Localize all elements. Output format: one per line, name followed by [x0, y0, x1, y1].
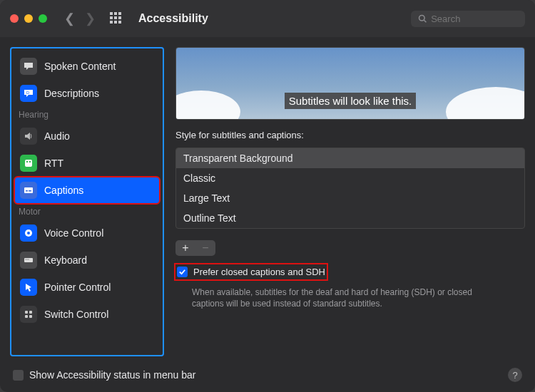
svg-rect-14	[29, 259, 29, 260]
style-section-label: Style for subtitles and captions:	[175, 130, 525, 140]
forward-button[interactable]: ❯	[85, 11, 96, 26]
search-field[interactable]	[411, 11, 525, 27]
speech-bubble-icon	[20, 58, 37, 75]
svg-rect-17	[25, 315, 28, 318]
remove-style-button[interactable]: −	[195, 240, 215, 256]
sidebar-group-motor: Motor	[14, 204, 160, 220]
switch-control-icon	[20, 306, 37, 323]
svg-rect-18	[29, 315, 32, 318]
nav-buttons: ❮ ❯	[64, 11, 96, 26]
sidebar-item-voice-control[interactable]: Voice Control	[14, 220, 160, 247]
description-bubble-icon: D	[20, 85, 37, 102]
svg-point-10	[27, 232, 30, 234]
sidebar-item-keyboard[interactable]: Keyboard	[14, 247, 160, 274]
prefer-sdh-description: When available, subtitles for the deaf a…	[175, 287, 475, 309]
captions-pane: Subtitles will look like this. Style for…	[175, 47, 525, 356]
footer: Show Accessibility status in menu bar ?	[0, 363, 535, 392]
speaker-icon	[20, 128, 37, 145]
sidebar-item-switch-control[interactable]: Switch Control	[14, 301, 160, 328]
svg-line-1	[424, 20, 426, 22]
cloud-decor	[446, 87, 525, 120]
sidebar-item-descriptions[interactable]: D Descriptions	[14, 80, 160, 107]
svg-rect-5	[29, 161, 31, 163]
svg-rect-13	[27, 259, 28, 260]
svg-text:D: D	[26, 91, 30, 95]
svg-rect-12	[26, 259, 26, 260]
pointer-icon	[20, 279, 37, 296]
sidebar-item-label: Switch Control	[44, 309, 108, 320]
subtitle-sample-text: Subtitles will look like this.	[285, 93, 417, 109]
sidebar-item-label: Descriptions	[44, 88, 99, 99]
captions-icon	[20, 182, 37, 199]
voice-control-icon	[20, 225, 37, 242]
cloud-decor	[175, 91, 240, 120]
titlebar: ❮ ❯ Accessibility	[0, 0, 535, 37]
svg-rect-4	[26, 161, 28, 163]
search-input[interactable]	[431, 14, 518, 24]
prefer-sdh-row[interactable]: Prefer closed captions and SDH	[175, 264, 327, 279]
sidebar-item-pointer-control[interactable]: Pointer Control	[14, 274, 160, 301]
back-button[interactable]: ❮	[64, 11, 75, 26]
svg-rect-11	[24, 258, 33, 262]
style-add-remove: + −	[175, 240, 525, 256]
sidebar-item-label: Keyboard	[44, 254, 87, 266]
sidebar-group-hearing: Hearing	[14, 107, 160, 123]
style-option-outline[interactable]: Outline Text	[176, 208, 524, 228]
svg-rect-3	[25, 160, 32, 167]
sidebar-item-rtt[interactable]: RTT	[14, 150, 160, 177]
checkmark-icon	[178, 268, 186, 276]
style-list[interactable]: Transparent Background Classic Large Tex…	[175, 148, 525, 229]
zoom-window-button[interactable]	[39, 14, 47, 23]
show-status-checkbox[interactable]	[13, 370, 24, 381]
sidebar-item-spoken-content[interactable]: Spoken Content	[14, 53, 160, 80]
sidebar-item-label: Captions	[44, 185, 83, 196]
help-button[interactable]: ?	[508, 368, 522, 382]
svg-rect-16	[29, 311, 32, 314]
svg-point-0	[419, 15, 425, 21]
style-option-transparent[interactable]: Transparent Background	[176, 148, 524, 168]
sidebar-item-label: RTT	[44, 158, 63, 169]
prefer-sdh-checkbox[interactable]	[177, 267, 188, 277]
svg-rect-8	[29, 190, 31, 192]
sidebar-item-label: Audio	[44, 130, 70, 142]
prefer-sdh-label: Prefer closed captions and SDH	[193, 267, 325, 277]
subtitle-preview: Subtitles will look like this.	[175, 47, 525, 120]
show-all-icon[interactable]	[110, 12, 123, 25]
style-option-large[interactable]: Large Text	[176, 188, 524, 208]
close-window-button[interactable]	[10, 14, 19, 23]
sidebar: Spoken Content D Descriptions Hearing Au…	[10, 47, 164, 356]
add-style-button[interactable]: +	[175, 240, 195, 256]
sidebar-item-label: Pointer Control	[44, 282, 111, 293]
window-title: Accessibility	[138, 12, 402, 25]
keyboard-icon	[20, 252, 37, 269]
sidebar-item-label: Spoken Content	[44, 61, 116, 72]
minimize-window-button[interactable]	[24, 14, 33, 23]
sidebar-item-audio[interactable]: Audio	[14, 123, 160, 150]
style-option-classic[interactable]: Classic	[176, 168, 524, 188]
search-icon	[418, 14, 427, 24]
svg-rect-15	[25, 311, 28, 314]
sidebar-item-label: Voice Control	[44, 227, 103, 239]
sidebar-item-captions[interactable]: Captions	[14, 177, 160, 204]
show-status-label: Show Accessibility status in menu bar	[29, 369, 195, 381]
rtt-phone-icon	[20, 155, 37, 172]
accessibility-preferences-window: ❮ ❯ Accessibility Spoken Content D D	[0, 0, 535, 392]
svg-rect-7	[26, 190, 28, 192]
window-controls	[10, 14, 47, 23]
